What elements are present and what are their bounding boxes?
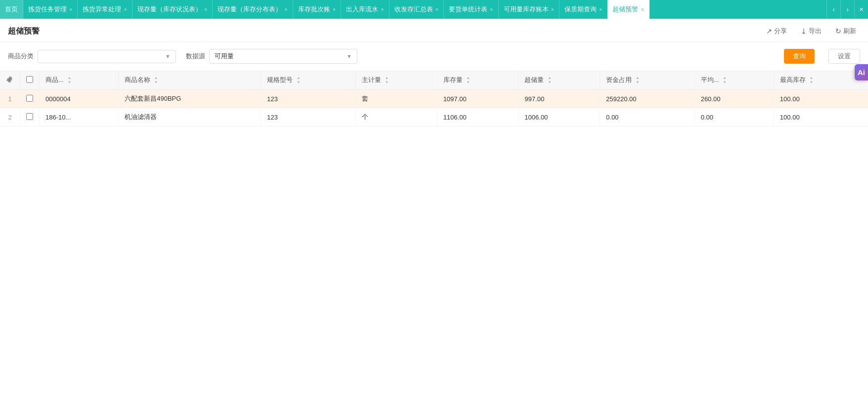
- nav-item-首页[interactable]: 首页: [0, 0, 23, 19]
- nav-item-库存批次账[interactable]: 库存批次账 ×: [293, 0, 341, 19]
- row-num-1: 1: [0, 90, 20, 108]
- row-checkbox-2[interactable]: [26, 113, 33, 120]
- row-overstock-2: 1006.00: [519, 108, 600, 126]
- nav-item-拣货异常处理[interactable]: 拣货异常处理 ×: [78, 0, 132, 19]
- nav-close-icon[interactable]: ×: [284, 6, 287, 12]
- share-icon: ↗: [766, 27, 772, 35]
- sort-arrows-stock: ▲▼: [466, 76, 470, 85]
- header-actions: ↗ 分享 ⤓ 导出 ↻ 刷新: [762, 25, 860, 38]
- export-label: 导出: [809, 27, 822, 36]
- table-wrapper: 商品... ▲▼ 商品名称 ▲▼ 规格型号 ▲▼: [0, 71, 868, 126]
- th-unit[interactable]: 主计量 ▲▼: [355, 71, 437, 90]
- checkbox-column-header: [20, 71, 40, 90]
- refresh-label: 刷新: [843, 27, 856, 36]
- sort-arrows-product-name: ▲▼: [154, 76, 158, 85]
- sort-arrows-spec: ▲▼: [297, 76, 301, 85]
- nav-item-现存量-库存状况表-[interactable]: 现存量（库存状况表） ×: [132, 0, 213, 19]
- sort-arrows-product-code: ▲▼: [67, 76, 71, 85]
- settings-gear-icon[interactable]: [6, 76, 14, 83]
- table-row: 1 0000004 六配套新昌490BPG 123 套 1097.00 997.…: [0, 90, 868, 108]
- select-all-checkbox[interactable]: [26, 76, 33, 83]
- th-overstock[interactable]: 超储量 ▲▼: [519, 71, 600, 90]
- export-icon: ⤓: [801, 27, 807, 35]
- row-capital-2: 0.00: [600, 108, 695, 126]
- nav-close-icon[interactable]: ×: [551, 6, 554, 12]
- sort-arrows-max-stock: ▲▼: [809, 76, 813, 85]
- row-spec-1: 123: [261, 90, 356, 108]
- nav-close-icon[interactable]: ×: [333, 6, 336, 12]
- data-table: 商品... ▲▼ 商品名称 ▲▼ 规格型号 ▲▼: [0, 71, 868, 126]
- nav-item-要货单统计表[interactable]: 要货单统计表 ×: [444, 0, 498, 19]
- row-max-stock-2: 100.00: [774, 108, 868, 126]
- export-button[interactable]: ⤓ 导出: [797, 25, 825, 38]
- refresh-icon: ↻: [835, 27, 841, 35]
- row-avg-2: 0.00: [694, 108, 774, 126]
- nav-item-现存量-库存分布表-[interactable]: 现存量（库存分布表） ×: [213, 0, 293, 19]
- table-row: 2 186-10... 机油滤清器 123 个 1106.00 1006.00 …: [0, 108, 868, 126]
- nav-close-icon[interactable]: ×: [204, 6, 207, 12]
- row-checkbox-1[interactable]: [26, 95, 33, 102]
- share-button[interactable]: ↗ 分享: [762, 25, 791, 38]
- row-stock-1: 1097.00: [437, 90, 519, 108]
- nav-item-拣货任务管理[interactable]: 拣货任务管理 ×: [23, 0, 78, 19]
- refresh-button[interactable]: ↻ 刷新: [831, 25, 860, 38]
- ai-badge[interactable]: Ai: [855, 64, 868, 80]
- row-num-2: 2: [0, 108, 20, 126]
- settings-button[interactable]: 设置: [828, 49, 860, 64]
- page-content: 超储预警 ↗ 分享 ⤓ 导出 ↻ 刷新 商品分类 ▼ 数据源: [0, 19, 868, 395]
- nav-close-icon[interactable]: ×: [381, 6, 384, 12]
- th-product-name[interactable]: 商品名称 ▲▼: [119, 71, 261, 90]
- sort-arrows-capital: ▲▼: [636, 76, 640, 85]
- nav-close-icon[interactable]: ×: [490, 6, 493, 12]
- datasource-label: 数据源: [186, 52, 205, 61]
- nav-close-icon[interactable]: ×: [641, 6, 644, 12]
- row-checkbox-cell-1: [20, 90, 40, 108]
- category-select-value: [43, 53, 45, 60]
- nav-right-arrow[interactable]: ›: [840, 0, 854, 19]
- datasource-chevron-icon: ▼: [347, 53, 352, 59]
- row-unit-1: 套: [355, 90, 437, 108]
- th-max-stock[interactable]: 最高库存 ▲▼: [774, 71, 868, 90]
- row-product-code-1: 0000004: [40, 90, 119, 108]
- nav-close-icon[interactable]: ×: [599, 6, 602, 12]
- nav-item-出入库流水[interactable]: 出入库流水 ×: [341, 0, 389, 19]
- nav-left-arrow[interactable]: ‹: [826, 0, 840, 19]
- nav-item-超储预警[interactable]: 超储预警 ×: [608, 0, 649, 19]
- nav-item-保质期查询[interactable]: 保质期查询 ×: [560, 0, 608, 19]
- th-spec[interactable]: 规格型号 ▲▼: [261, 71, 356, 90]
- category-filter: 商品分类 ▼: [8, 50, 176, 63]
- share-label: 分享: [774, 27, 787, 36]
- page-title: 超储预警: [8, 26, 40, 37]
- nav-item-收发存汇总表[interactable]: 收发存汇总表 ×: [390, 0, 444, 19]
- filter-bar: 商品分类 ▼ 数据源 可用量 ▼ 查询 设置: [0, 42, 868, 71]
- th-stock[interactable]: 库存量 ▲▼: [437, 71, 519, 90]
- category-select[interactable]: ▼: [38, 50, 176, 63]
- query-button[interactable]: 查询: [784, 49, 815, 64]
- sort-arrows-overstock: ▲▼: [548, 76, 552, 85]
- th-product-code[interactable]: 商品... ▲▼: [40, 71, 119, 90]
- nav-item-可用量库存账本[interactable]: 可用量库存账本 ×: [499, 0, 560, 19]
- th-capital[interactable]: 资金占用 ▲▼: [600, 71, 695, 90]
- row-max-stock-1: 100.00: [774, 90, 868, 108]
- row-stock-2: 1106.00: [437, 108, 519, 126]
- th-avg[interactable]: 平均... ▲▼: [694, 71, 774, 90]
- nav-close-icon[interactable]: ×: [69, 6, 72, 12]
- row-unit-2: 个: [355, 108, 437, 126]
- datasource-filter: 数据源 可用量 ▼: [186, 49, 357, 64]
- page-header: 超储预警 ↗ 分享 ⤓ 导出 ↻ 刷新: [0, 19, 868, 42]
- nav-close-icon[interactable]: ×: [124, 6, 127, 12]
- nav-close-arrow[interactable]: ×: [854, 0, 868, 19]
- nav-arrows: ‹ › ×: [826, 0, 868, 19]
- row-product-code-2: 186-10...: [40, 108, 119, 126]
- datasource-select-value: 可用量: [215, 52, 234, 61]
- table-header-row: 商品... ▲▼ 商品名称 ▲▼ 规格型号 ▲▼: [0, 71, 868, 90]
- gear-column-header: [0, 71, 20, 90]
- category-chevron-icon: ▼: [165, 53, 171, 59]
- sort-arrows-unit: ▲▼: [385, 76, 389, 85]
- datasource-select[interactable]: 可用量 ▼: [209, 49, 357, 64]
- row-checkbox-cell-2: [20, 108, 40, 126]
- row-avg-1: 260.00: [694, 90, 774, 108]
- row-spec-2: 123: [261, 108, 356, 126]
- row-overstock-1: 997.00: [519, 90, 600, 108]
- nav-close-icon[interactable]: ×: [435, 6, 438, 12]
